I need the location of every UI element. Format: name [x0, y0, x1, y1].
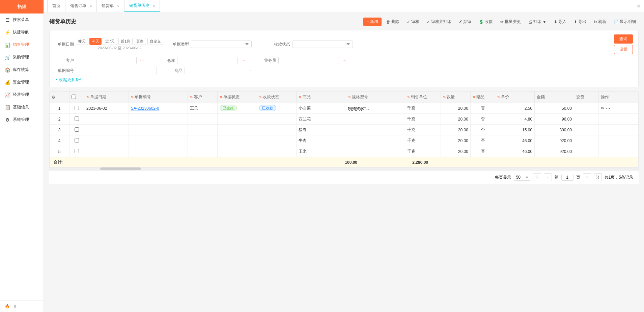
sidebar-item-quick-nav[interactable]: ⚡ 快捷导航 [0, 26, 44, 38]
tab-sales-order-close[interactable]: × [90, 4, 92, 8]
staff-ellipsis-btn[interactable]: ··· [341, 57, 348, 64]
doc-status-badge: 已生效 [220, 105, 237, 111]
sidebar-item-operations[interactable]: 📈 经营管理 [0, 88, 44, 101]
th-action: 操作 [599, 92, 638, 103]
row-no [129, 146, 188, 157]
import-button[interactable]: ⬇ 导入 [551, 18, 569, 26]
th-amount[interactable]: 金额 [535, 92, 574, 103]
audit-print-button[interactable]: ✓ 审核并打印 [424, 18, 454, 26]
set-button[interactable]: 设置 [614, 45, 633, 54]
collect-button[interactable]: 💲 收款 [476, 18, 496, 26]
more-action-btn[interactable]: ⋯ [606, 106, 610, 111]
audit-button[interactable]: ✓ 审核 [404, 18, 422, 26]
tab-sales-history[interactable]: 销货单历史 × [124, 0, 160, 12]
filter-customer-input[interactable] [76, 57, 137, 64]
print-button[interactable]: 🖨 打印 ▼ [526, 18, 549, 26]
sidebar-item-inventory[interactable]: 🏠 库存核算 [0, 63, 44, 76]
th-gift[interactable]: ⇅ 赠品 [470, 92, 495, 103]
row-checkbox-cell[interactable] [69, 146, 84, 157]
quick-nav-icon: ⚡ [5, 30, 10, 35]
row-action [599, 125, 638, 135]
row-goods: 小白菜 [297, 103, 346, 114]
row-checkbox[interactable] [75, 127, 79, 132]
edit-action-btn[interactable]: ✏ [601, 106, 605, 111]
filter-date-label: 单据日期 [55, 42, 74, 47]
th-goods[interactable]: ⇅ 商品 [297, 92, 346, 103]
date-btn-7days[interactable]: 近7天 [103, 38, 117, 45]
batch-change-button[interactable]: ✏ 批量变更 [498, 18, 524, 26]
row-checkbox[interactable] [75, 106, 79, 110]
row-checkbox-cell[interactable] [69, 114, 84, 125]
plus-icon: + [367, 20, 369, 24]
first-page-btn[interactable]: ⟨⟨ [533, 173, 541, 181]
sidebar-bottom-left[interactable]: 🔥 ⏸ [0, 301, 44, 312]
query-button[interactable]: 查询 [614, 34, 633, 44]
tab-sales-history-close[interactable]: × [153, 4, 155, 8]
filter-doc-no-input[interactable] [76, 67, 157, 74]
prev-page-btn[interactable]: ‹ [544, 173, 552, 181]
row-checkbox-cell[interactable] [69, 103, 84, 114]
filter-doc-type-select[interactable] [191, 41, 252, 48]
th-spec[interactable]: ⇅ 规格型号 [346, 92, 405, 103]
th-gear[interactable]: ⚙ [50, 92, 69, 103]
th-checkbox[interactable] [69, 92, 84, 103]
sidebar-item-finance[interactable]: 💰 资金管理 [0, 76, 44, 88]
th-pay-status[interactable]: ⇅ 收款状态 [257, 92, 297, 103]
sidebar-item-search-menu[interactable]: ☰ 搜索菜单 [0, 14, 44, 26]
th-price[interactable]: ⇅ 单价 [495, 92, 534, 103]
row-trade [574, 114, 599, 125]
filter-staff-input[interactable] [278, 57, 339, 64]
row-gift: 否 [470, 135, 495, 146]
filter-goods-input[interactable] [185, 67, 245, 74]
tab-home[interactable]: 首页 [47, 0, 65, 12]
show-detail-button[interactable]: 📄 显示明细 [611, 18, 639, 26]
horizontal-scrollbar[interactable] [50, 167, 638, 170]
collapse-btn[interactable]: ∧ 收起更多条件 [55, 77, 633, 83]
th-trade[interactable]: 交货 [574, 92, 599, 103]
last-page-btn[interactable]: ⟩⟩ [594, 173, 602, 181]
tab-sales-order[interactable]: 销售订单 × [65, 0, 97, 12]
date-btn-yesterday[interactable]: 昨天 [76, 38, 88, 45]
refresh-button[interactable]: ↻ 刷新 [591, 18, 609, 26]
doc-no-link[interactable]: SA-20230602-0 [131, 106, 159, 111]
th-doc-status[interactable]: ⇅ 单据状态 [218, 92, 257, 103]
date-btn-more[interactable]: 更多 [134, 38, 146, 45]
sidebar-item-purchase-mgmt[interactable]: 🛒 采购管理 [0, 51, 44, 63]
export-button[interactable]: ⬆ 导出 [571, 18, 589, 26]
th-unit[interactable]: ⇅ 销售单位 [405, 92, 441, 103]
row-checkbox-cell[interactable] [69, 125, 84, 135]
delete-button[interactable]: 🗑 删除 [384, 18, 402, 26]
per-page-select[interactable]: 20 50 100 200 [514, 174, 530, 181]
row-checkbox[interactable] [75, 149, 79, 153]
scrollbar-thumb[interactable] [100, 167, 141, 170]
abandon-button[interactable]: ✗ 弃审 [456, 18, 474, 26]
customer-ellipsis-btn[interactable]: ··· [139, 57, 145, 64]
next-page-btn[interactable]: › [583, 173, 591, 181]
th-no[interactable]: ⇅ 单据编号 [129, 92, 188, 103]
th-customer[interactable]: ⇅ 客户 [188, 92, 218, 103]
row-action [599, 114, 638, 125]
sort-icon: ⇅ [348, 95, 351, 99]
sidebar-item-system[interactable]: ⚙ 系统管理 [0, 113, 44, 126]
tabbar-close-btn[interactable]: ✕ [637, 3, 641, 9]
row-num: 3 [50, 125, 69, 135]
date-btn-today[interactable]: 今天 [89, 38, 102, 45]
date-btn-1month[interactable]: 近1月 [118, 38, 133, 45]
select-all-checkbox[interactable] [72, 95, 76, 99]
new-button[interactable]: + 新增 [363, 18, 382, 26]
sidebar-item-sales-mgmt[interactable]: 📊 销售管理 [0, 38, 44, 51]
filter-pay-status-select[interactable] [292, 41, 353, 48]
th-qty[interactable]: ⇅ 数量 [441, 92, 471, 103]
tab-sales-goods-close[interactable]: × [117, 4, 119, 8]
row-checkbox[interactable] [75, 138, 79, 142]
warehouse-ellipsis-btn[interactable]: ··· [240, 57, 247, 64]
filter-warehouse-input[interactable] [177, 57, 238, 64]
row-checkbox-cell[interactable] [69, 135, 84, 146]
page-input[interactable] [561, 174, 573, 181]
date-btn-custom[interactable]: 自定义 [147, 38, 163, 45]
sidebar-item-basic-info[interactable]: 📋 基础信息 [0, 101, 44, 113]
th-date[interactable]: ⇅ 单据日期 [84, 92, 129, 103]
row-checkbox[interactable] [75, 116, 79, 121]
tab-sales-goods[interactable]: 销货单 × [97, 0, 124, 12]
goods-ellipsis-btn[interactable]: ··· [247, 67, 254, 74]
